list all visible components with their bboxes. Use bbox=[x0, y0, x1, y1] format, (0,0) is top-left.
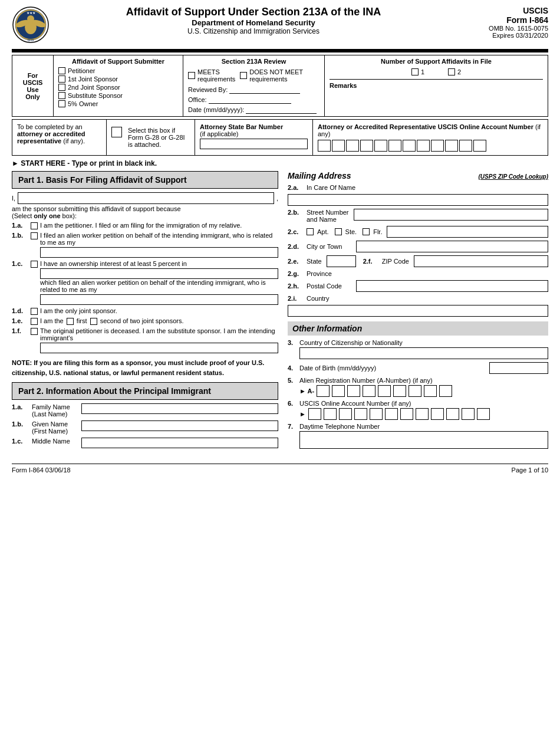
phone-label: Daytime Telephone Number bbox=[299, 423, 548, 449]
petitioner-checkbox[interactable] bbox=[58, 67, 65, 74]
option-1e-second-checkbox[interactable] bbox=[90, 318, 97, 325]
seg-4[interactable] bbox=[360, 140, 373, 152]
attorney-row: To be completed by an attorney or accred… bbox=[12, 119, 548, 156]
option-1c-input1[interactable] bbox=[40, 268, 278, 279]
city-input[interactable] bbox=[356, 241, 548, 252]
account-number-boxes bbox=[318, 140, 543, 152]
a-seg-5[interactable] bbox=[378, 385, 391, 397]
uscis-seg-2[interactable] bbox=[324, 408, 337, 420]
joint1-checkbox[interactable] bbox=[58, 75, 65, 83]
option-1f-input[interactable] bbox=[40, 343, 278, 353]
option-1c-checkbox[interactable] bbox=[31, 261, 38, 268]
postal-input[interactable] bbox=[356, 280, 548, 292]
seg-5[interactable] bbox=[374, 140, 387, 152]
uscis-seg-10[interactable] bbox=[446, 408, 459, 420]
meets-checkbox[interactable] bbox=[188, 72, 195, 79]
substitute-checkbox[interactable] bbox=[58, 92, 65, 99]
seg-9[interactable] bbox=[431, 140, 444, 152]
middle-name-id: 1.c. bbox=[12, 438, 29, 445]
seg-10[interactable] bbox=[445, 140, 458, 152]
zip-input[interactable] bbox=[414, 255, 548, 267]
uscis-label: USCIS bbox=[454, 6, 548, 15]
a-seg-1[interactable] bbox=[317, 385, 330, 397]
a-seg-2[interactable] bbox=[332, 385, 345, 397]
a-number-input-row: ► A- bbox=[299, 385, 548, 397]
state-input[interactable] bbox=[327, 255, 356, 267]
family-name-id: 1.a. bbox=[12, 403, 29, 410]
flr-checkbox[interactable] bbox=[363, 228, 370, 235]
num1-checkbox[interactable] bbox=[411, 68, 419, 75]
option-1a-checkbox[interactable] bbox=[31, 222, 38, 229]
seg-2[interactable] bbox=[332, 140, 345, 152]
meets-option: MEETSrequirements bbox=[188, 68, 235, 83]
ste-checkbox[interactable] bbox=[335, 228, 342, 235]
a-seg-9[interactable] bbox=[439, 385, 452, 397]
a-seg-4[interactable] bbox=[363, 385, 375, 397]
uscis-seg-7[interactable] bbox=[400, 408, 413, 420]
a-seg-8[interactable] bbox=[424, 385, 437, 397]
option-1c-content: I have an ownership interest of at least… bbox=[40, 260, 278, 305]
option-1e-checkbox[interactable] bbox=[31, 318, 38, 325]
country-input[interactable] bbox=[288, 305, 548, 317]
phone-input[interactable] bbox=[299, 431, 548, 449]
seg-7[interactable] bbox=[403, 140, 416, 152]
care-of-input[interactable] bbox=[288, 194, 548, 206]
middle-name-input[interactable] bbox=[81, 438, 278, 448]
a-seg-6[interactable] bbox=[393, 385, 406, 397]
country-id: 2.i. bbox=[288, 295, 304, 302]
option-1b-input[interactable] bbox=[40, 247, 278, 258]
g28-checkbox[interactable] bbox=[111, 127, 122, 137]
uscis-seg-6[interactable] bbox=[385, 408, 398, 420]
uscis-seg-9[interactable] bbox=[431, 408, 444, 420]
owner-checkbox[interactable] bbox=[58, 100, 65, 107]
option-1e-first-checkbox[interactable] bbox=[67, 318, 74, 325]
option-1b-checkbox[interactable] bbox=[31, 232, 38, 239]
i-label: I, bbox=[12, 195, 15, 202]
province-row: 2.g. Province bbox=[288, 270, 548, 277]
uscis-seg-11[interactable] bbox=[462, 408, 475, 420]
bar-number-input[interactable] bbox=[200, 139, 308, 149]
seg-3[interactable] bbox=[346, 140, 359, 152]
seg-6[interactable] bbox=[388, 140, 401, 152]
uscis-seg-3[interactable] bbox=[339, 408, 352, 420]
seg-11[interactable] bbox=[459, 140, 472, 152]
g28-checkbox-cell: Select this box if Form G-28 or G-28I is… bbox=[107, 120, 195, 155]
num2-checkbox[interactable] bbox=[448, 68, 455, 75]
street-input[interactable] bbox=[354, 209, 548, 221]
start-here-line: ► START HERE - Type or print in black in… bbox=[12, 159, 548, 167]
a-seg-3[interactable] bbox=[347, 385, 360, 397]
middle-name-label: Middle Name bbox=[32, 438, 79, 445]
apt-number-input[interactable] bbox=[387, 226, 548, 238]
option-1f-checkbox[interactable] bbox=[31, 328, 38, 335]
number-header: Number of Support Affidavits in File bbox=[330, 58, 543, 65]
review-header: Section 213A Review bbox=[188, 58, 319, 65]
reviewed-by-row: Reviewed By: bbox=[188, 86, 319, 94]
svg-point-6 bbox=[27, 15, 34, 22]
seg-8[interactable] bbox=[417, 140, 430, 152]
uscis-seg-5[interactable] bbox=[370, 408, 383, 420]
care-of-row: 2.a. In Care Of Name bbox=[288, 184, 548, 191]
option-1c-input2[interactable] bbox=[40, 294, 278, 305]
joint2-checkbox[interactable] bbox=[58, 84, 65, 91]
agency-name: U.S. Citizenship and Immigration Service… bbox=[53, 27, 454, 35]
213a-review-cell: Section 213A Review MEETSrequirements DO… bbox=[183, 55, 325, 116]
dob-input[interactable] bbox=[489, 362, 548, 374]
option-1d-checkbox[interactable] bbox=[31, 308, 38, 315]
apt-checkbox[interactable] bbox=[307, 228, 314, 235]
citizenship-input[interactable] bbox=[299, 347, 548, 359]
start-here-text: ► START HERE - Type or print in black in… bbox=[12, 159, 157, 167]
a-seg-7[interactable] bbox=[409, 385, 421, 397]
seg-1[interactable] bbox=[318, 140, 331, 152]
sponsor-name-input[interactable] bbox=[18, 192, 274, 204]
does-not-meet-checkbox[interactable] bbox=[240, 72, 247, 79]
given-name-input[interactable] bbox=[81, 420, 278, 431]
seg-12[interactable] bbox=[473, 140, 486, 152]
usps-link[interactable]: (USPS ZIP Code Lookup) bbox=[478, 173, 548, 180]
uscis-seg-8[interactable] bbox=[416, 408, 429, 420]
uscis-seg-4[interactable] bbox=[354, 408, 367, 420]
family-name-input[interactable] bbox=[81, 403, 278, 414]
city-row: 2.d. City or Town bbox=[288, 241, 548, 252]
form-number: Form I-864 bbox=[454, 15, 548, 25]
uscis-seg-12[interactable] bbox=[477, 408, 490, 420]
uscis-seg-1[interactable] bbox=[308, 408, 321, 420]
